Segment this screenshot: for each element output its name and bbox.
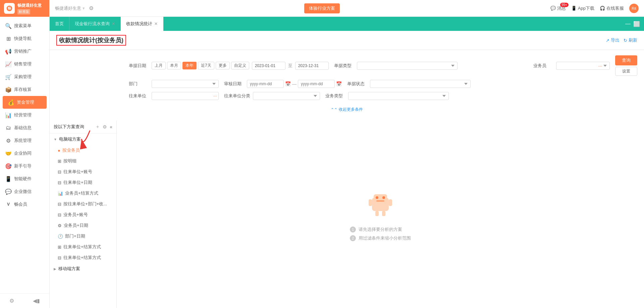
date-filter-group: 单据日期 上月 本月 本年 近7天 更多 自定义 至: [129, 62, 329, 70]
svg-point-5: [382, 196, 385, 199]
sidebar-item-wechat[interactable]: 💬 企业微信: [0, 185, 49, 198]
scheme-item-label: 按往来单位+部门+收...: [63, 201, 107, 207]
review-date-end-input[interactable]: [298, 80, 335, 88]
basic-info-icon: 🗂: [5, 125, 11, 131]
refresh-button[interactable]: ↻ 刷新: [624, 37, 637, 43]
tab-maximize-icon[interactable]: ⬜: [633, 21, 640, 27]
online-service-button[interactable]: 🎧 在线客服: [600, 5, 624, 11]
scheme-add-button[interactable]: ＋: [95, 124, 100, 130]
date-btn-this-year[interactable]: 本年: [182, 62, 197, 69]
scheme-item-salesperson-account[interactable]: ⊟ 业务员+账号: [50, 209, 116, 220]
scheme-item-salesperson[interactable]: ● 按业务员: [50, 145, 116, 156]
export-button[interactable]: ↗ 导出: [606, 37, 620, 43]
scheme-item-label: 业务员+日期: [64, 222, 88, 228]
sidebar-item-smart-hw[interactable]: 📱 智能硬件: [0, 172, 49, 185]
enterprise-icon: 🤝: [5, 150, 11, 156]
sidebar-item-sales[interactable]: 📈 销售管理: [0, 58, 49, 70]
sidebar-item-inventory[interactable]: 📦 库存核算: [0, 83, 49, 96]
sidebar-collapse-btn[interactable]: ◀▮: [33, 298, 40, 304]
sidebar-item-enterprise[interactable]: 🤝 企业协同: [0, 147, 49, 160]
sidebar-item-search-menu[interactable]: 🔍 搜索菜单: [0, 19, 49, 32]
department-select[interactable]: [152, 80, 219, 88]
date-btn-7days[interactable]: 近7天: [198, 62, 214, 69]
smart-hw-icon: 📱: [5, 176, 11, 182]
scheme-settings-button[interactable]: ⚙: [103, 124, 107, 130]
counterpart-more-icon[interactable]: ···: [213, 94, 217, 98]
voucher-type-label: 单据类型: [334, 63, 354, 69]
scheme-item-counterpart-settlement2[interactable]: ⊟ 往来单位+结算方式: [50, 252, 116, 263]
query-button[interactable]: 查询: [615, 55, 637, 65]
review-date-start-input[interactable]: [247, 80, 284, 88]
voucher-type-select[interactable]: [357, 62, 458, 70]
counterpart-input[interactable]: [152, 92, 219, 100]
logo-name: 畅捷通好生意: [17, 3, 42, 8]
tab-bank-flow[interactable]: 现金银行流水查询 ✕: [69, 17, 121, 31]
header-right: 💬 消息 99+ 📱 App下载 🎧 在线客服 Rit: [550, 4, 639, 13]
scheme-item-label: 往来单位+结算方式: [63, 255, 101, 261]
tab-bank-flow-close-icon[interactable]: ✕: [112, 21, 115, 26]
collapse-more-button[interactable]: ⌃⌃ 收起更多条件: [56, 104, 637, 115]
sidebar-item-guide[interactable]: 🎯 新手引导: [0, 160, 49, 172]
voucher-status-select[interactable]: [370, 80, 471, 88]
scheme-pc-arrow-icon: ▼: [54, 138, 57, 141]
tab-home[interactable]: 首页: [50, 17, 69, 31]
collapse-label: 收起更多条件: [339, 107, 363, 112]
scheme-item-counterpart-settlement1[interactable]: ⊞ 往来单位+结算方式: [50, 242, 116, 252]
sidebar-item-finance[interactable]: 💰 资金管理: [3, 96, 47, 109]
counterpart-category-select[interactable]: [253, 92, 320, 100]
scheme-mobile-group-header[interactable]: ▶ 移动端方案: [50, 263, 116, 274]
gear-icon[interactable]: ⚙: [89, 5, 94, 11]
scheme-panel: 按以下方案查询 ＋ ⚙ « ▼ 电脑端方案 ● 按业务员: [50, 120, 117, 308]
tab-collection-close-icon[interactable]: ✕: [154, 21, 158, 26]
user-avatar[interactable]: Rit: [629, 4, 639, 13]
trial-button[interactable]: 体验行业方案: [304, 3, 340, 13]
search-menu-icon: 🔍: [5, 23, 11, 29]
date-end-input[interactable]: [295, 62, 329, 70]
sidebar-item-marketing[interactable]: 📢 营销推广: [0, 45, 49, 58]
message-button[interactable]: 💬 消息 99+: [550, 5, 566, 11]
sidebar-item-system[interactable]: ⚙ 系统管理: [0, 134, 49, 147]
tab-collection[interactable]: 收款情况统计 ✕: [121, 17, 163, 31]
quick-nav-icon: ⊞: [5, 36, 11, 42]
date-btn-more[interactable]: 更多: [216, 62, 230, 69]
sidebar-item-label: 经营管理: [14, 112, 32, 118]
scheme-icon-6: ⊟: [58, 202, 61, 207]
business-type-select[interactable]: [348, 92, 449, 100]
scheme-icon-7: ⊟: [58, 212, 61, 217]
counterpart-category-group: 往来单位分类: [224, 92, 320, 100]
scheme-item-counterpart-date[interactable]: ⊟ 往来单位+日期: [50, 177, 116, 188]
sidebar-item-member[interactable]: V 畅会员: [0, 198, 49, 211]
scheme-collapse-button[interactable]: «: [110, 124, 112, 130]
tip-num-2: 2: [350, 235, 356, 241]
top-header: 畅捷通好生意 ▾ ⚙ 体验行业方案 💬 消息 99+ 📱 App下载 🎧 在线客…: [50, 0, 644, 17]
date-label: 单据日期: [129, 63, 149, 69]
svg-point-4: [376, 196, 378, 199]
tab-minimize-icon[interactable]: —: [625, 21, 631, 27]
date-btn-this-month[interactable]: 本月: [167, 62, 181, 69]
page-title-bar: 收款情况统计(按业务员) ↗ 导出 ↻ 刷新: [50, 31, 644, 50]
date-btn-last-month[interactable]: 上月: [152, 62, 166, 69]
salesperson-more-icon[interactable]: ···: [598, 63, 602, 68]
scheme-item-counterpart-dept[interactable]: ⊟ 按往来单位+部门+收...: [50, 199, 116, 209]
scheme-item-dept-date[interactable]: 🕐 部门+日期: [50, 231, 116, 242]
settings-button[interactable]: 设置: [615, 67, 637, 76]
sidebar-item-basic-info[interactable]: 🗂 基础信息: [0, 121, 49, 134]
sales-icon: 📈: [5, 61, 11, 67]
sidebar-item-operations[interactable]: 📊 经营管理: [0, 109, 49, 121]
scheme-item-salesperson-settlement[interactable]: 📊 业务员+结算方式: [50, 188, 116, 199]
sidebar-item-quick-nav[interactable]: ⊞ 快捷导航: [0, 32, 49, 45]
scheme-icon-8: ⚙: [58, 223, 62, 228]
salesperson-select[interactable]: [556, 62, 610, 70]
date-start-input[interactable]: [252, 62, 285, 70]
scheme-item-salesperson-date[interactable]: ⚙ 业务员+日期: [50, 220, 116, 231]
scheme-item-counterpart-account[interactable]: ⊟ 往来单位+账号: [50, 166, 116, 177]
sidebar-settings-btn[interactable]: ⚙: [9, 298, 14, 304]
placeholder-image: [364, 188, 397, 221]
scheme-item-detail[interactable]: ⊞ 按明细: [50, 156, 116, 166]
date-btn-custom[interactable]: 自定义: [231, 62, 249, 69]
export-icon: ↗: [606, 38, 609, 43]
scheme-pc-group-header[interactable]: ▼ 电脑端方案: [50, 134, 116, 145]
service-icon: 🎧: [600, 6, 605, 11]
app-download-button[interactable]: 📱 App下载: [571, 5, 594, 11]
sidebar-item-purchase[interactable]: 🛒 采购管理: [0, 70, 49, 83]
